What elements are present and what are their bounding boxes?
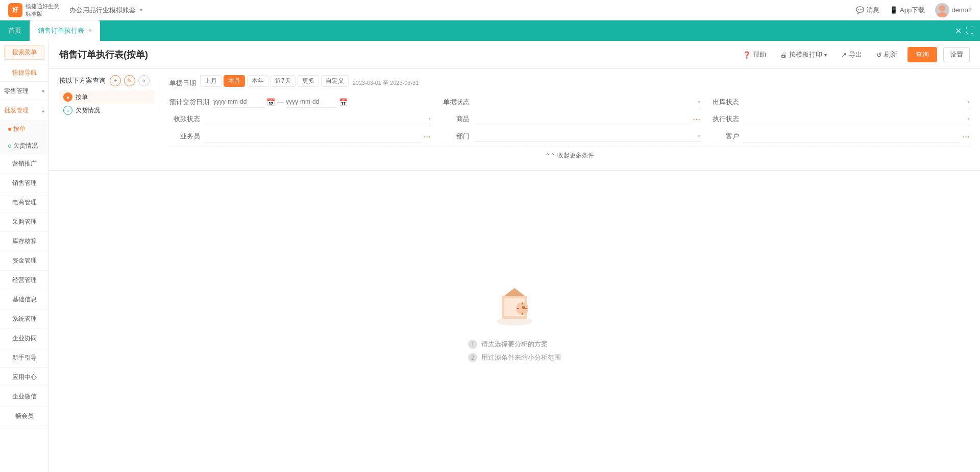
sidebar-item-inventory[interactable]: 库存核算 <box>0 232 48 251</box>
filter-scheme-title: 按以下方案查询 + ✎ « <box>59 75 155 86</box>
doc-status-select[interactable]: ▾ <box>474 97 700 107</box>
payment-status-select[interactable]: ▾ <box>204 114 431 124</box>
sidebar-item-quick-nav[interactable]: 快捷导航 <box>0 64 48 82</box>
refresh-button[interactable]: ↺ 刷新 <box>872 48 901 61</box>
active-dot-icon <box>8 128 11 131</box>
edit-scheme-button[interactable]: ✎ <box>124 75 135 86</box>
sidebar-item-retail[interactable]: 零售管理 ▾ <box>0 82 48 101</box>
date-divider: — <box>277 98 284 106</box>
date-7days-button[interactable]: 近7天 <box>271 75 296 87</box>
scheme-item-by-order[interactable]: ● 按单 <box>59 90 155 104</box>
search-menu-button[interactable]: 搜索菜单 <box>4 45 44 60</box>
customer-more-icon[interactable]: ··· <box>962 131 970 142</box>
payment-status-dropdown-icon: ▾ <box>428 116 431 122</box>
product-label: 商品 <box>439 114 470 124</box>
sidebar-item-basic-info[interactable]: 基础信息 <box>0 290 48 310</box>
sidebar-item-enterprise[interactable]: 企业协同 <box>0 329 48 348</box>
date-field-label: 单据日期 <box>169 79 196 88</box>
export-button[interactable]: ↗ 导出 <box>837 48 866 61</box>
tab-home[interactable]: 首页 <box>0 20 30 41</box>
scheme-item-shortage[interactable]: ○ 欠货情况 <box>59 104 155 117</box>
sidebar-item-member[interactable]: 畅会员 <box>0 407 48 426</box>
doc-status-control[interactable]: ▾ <box>474 97 700 107</box>
tab-sales-order[interactable]: 销售订单执行表 × <box>30 20 100 41</box>
department-select[interactable]: ▾ <box>474 131 700 141</box>
doc-status-label: 单据状态 <box>439 98 470 107</box>
tip-num-1: 1 <box>468 340 477 349</box>
filter-left-panel: 按以下方案查询 + ✎ « ● 按单 ○ 欠货情况 <box>59 75 161 117</box>
filter-row: 按以下方案查询 + ✎ « ● 按单 ○ 欠货情况 <box>59 75 970 164</box>
sidebar-item-guide[interactable]: 新手引导 <box>0 348 48 368</box>
query-button[interactable]: 查询 <box>908 47 937 62</box>
expected-date-control: 📅 — 📅 <box>213 96 431 108</box>
exec-status-control: ▾ <box>743 114 970 124</box>
add-scheme-button[interactable]: + <box>110 75 121 86</box>
date-this-year-button[interactable]: 本年 <box>247 75 268 87</box>
collapse-up-icon: ⌃⌃ <box>545 152 555 159</box>
expected-date-end-input[interactable] <box>286 96 337 108</box>
sidebar-item-system[interactable]: 系统管理 <box>0 310 48 329</box>
sidebar-sub-item-shortage[interactable]: 欠货情况 <box>0 137 48 154</box>
date-end-icon[interactable]: 📅 <box>339 98 348 106</box>
collapse-button[interactable]: ⌃⌃ 收起更多条件 <box>545 151 594 160</box>
product-input[interactable] <box>474 113 691 125</box>
tab-close-icon[interactable]: × <box>88 27 92 34</box>
filter-item-exec-status: 执行状态 ▾ <box>708 113 970 125</box>
tip-num-2: 2 <box>468 353 477 362</box>
app-title: 办公用品行业模拟账套 <box>69 6 136 15</box>
user-name[interactable]: demo2 <box>951 6 972 14</box>
sidebar-item-operations[interactable]: 经营管理 <box>0 271 48 290</box>
settings-button[interactable]: 设置 <box>943 47 970 62</box>
doc-status-dropdown-icon: ▾ <box>698 99 700 105</box>
page-header: 销售订单执行表(按单) ❓ 帮助 🖨 按模板打印 ▾ ↗ 导出 ↺ 刷新 <box>49 41 980 69</box>
outbound-status-control: ▾ <box>743 97 970 107</box>
user-area[interactable]: demo2 <box>935 3 972 17</box>
filter-item-salesperson: 业务员 ··· <box>169 130 431 143</box>
svg-point-1 <box>937 12 947 17</box>
print-dropdown-icon[interactable]: ▾ <box>824 52 827 58</box>
sidebar-item-purchase[interactable]: 采购管理 <box>0 213 48 232</box>
filter-item-payment-status: 收款状态 ▾ <box>169 113 431 125</box>
app-title-dropdown-icon[interactable]: ▾ <box>140 7 142 13</box>
collapse-scheme-button[interactable]: « <box>138 75 150 86</box>
date-filter-row: 单据日期 上月 本月 本年 近7天 更多 自定义 2023-03-01 至 20… <box>169 75 970 91</box>
salesperson-more-icon[interactable]: ··· <box>423 131 431 142</box>
sidebar-item-wechat[interactable]: 企业微信 <box>0 387 48 407</box>
scheme-filled-icon: ● <box>63 92 72 102</box>
exec-status-select[interactable]: ▾ <box>743 114 970 124</box>
nav-tab-actions: ✕ ⛶ <box>955 26 980 36</box>
message-button[interactable]: 💬 消息 <box>856 6 879 15</box>
empty-illustration <box>489 280 540 332</box>
product-more-icon[interactable]: ··· <box>693 114 700 125</box>
help-button[interactable]: ❓ 帮助 <box>739 48 770 61</box>
sidebar-item-ecommerce[interactable]: 电商管理 <box>0 193 48 213</box>
print-button[interactable]: 🖨 按模板打印 ▾ <box>776 48 831 61</box>
date-this-month-button[interactable]: 本月 <box>224 75 245 87</box>
salesperson-input[interactable] <box>204 130 421 143</box>
sidebar-item-wholesale[interactable]: 批发管理 ▴ <box>0 101 48 121</box>
app-download-button[interactable]: 📱 App下载 <box>890 6 925 15</box>
date-buttons-group: 上月 本月 本年 近7天 更多 自定义 <box>200 75 349 87</box>
content-area: 销售订单执行表(按单) ❓ 帮助 🖨 按模板打印 ▾ ↗ 导出 ↺ 刷新 <box>49 41 980 472</box>
sidebar-item-app-center[interactable]: 应用中心 <box>0 368 48 387</box>
date-last-month-button[interactable]: 上月 <box>200 75 222 87</box>
date-more-button[interactable]: 更多 <box>298 75 319 87</box>
window-maximize-icon[interactable]: ⛶ <box>966 26 974 35</box>
customer-input[interactable] <box>743 130 960 143</box>
exec-status-label: 执行状态 <box>708 114 739 124</box>
outbound-status-select[interactable]: ▾ <box>743 97 970 107</box>
date-start-icon[interactable]: 📅 <box>266 98 275 106</box>
sidebar-item-finance[interactable]: 资金管理 <box>0 251 48 271</box>
refresh-icon: ↺ <box>876 51 882 59</box>
payment-status-label: 收款状态 <box>169 114 200 124</box>
department-label: 部门 <box>439 132 470 141</box>
sidebar-item-marketing[interactable]: 营销推广 <box>0 154 48 174</box>
sidebar-sub-item-by-order[interactable]: 按单 <box>0 121 48 137</box>
sidebar-search-area: 搜索菜单 <box>0 41 48 64</box>
date-custom-button[interactable]: 自定义 <box>321 75 349 87</box>
window-close-icon[interactable]: ✕ <box>955 26 962 36</box>
outbound-status-dropdown-icon: ▾ <box>967 99 970 105</box>
sidebar-item-sales[interactable]: 销售管理 <box>0 174 48 193</box>
svg-point-7 <box>522 306 525 309</box>
expected-date-start-input[interactable] <box>213 96 264 108</box>
